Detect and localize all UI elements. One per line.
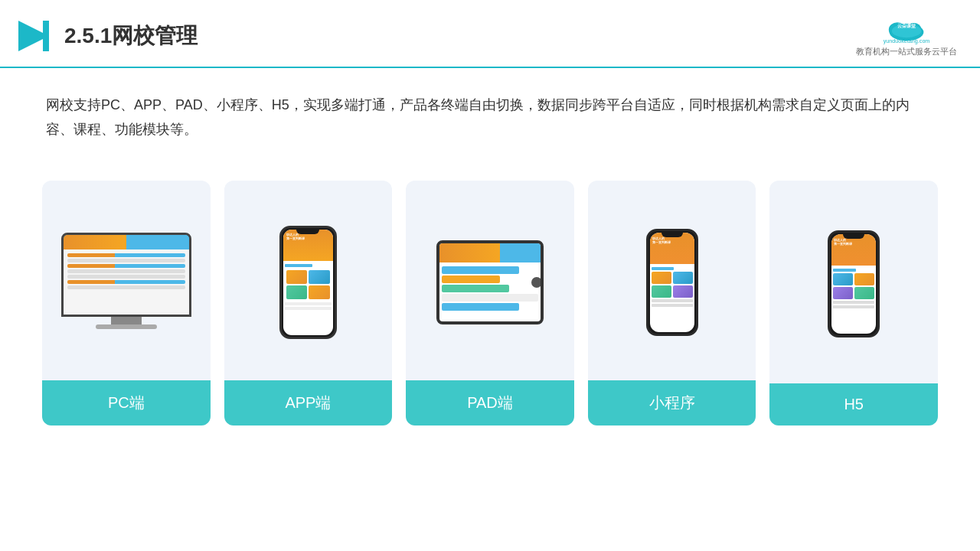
card-app-label: APP端: [224, 380, 393, 425]
cards-container: PC端 职达人的第一堂判断课: [0, 165, 980, 441]
mini-phone-notch-h5: [843, 233, 864, 239]
card-miniprogram-label: 小程序: [588, 380, 756, 425]
page-title: 2.5.1网校管理: [64, 21, 198, 51]
card-pc-image: [42, 181, 211, 380]
logo-icon: [15, 18, 52, 54]
tablet-screen: [439, 243, 541, 321]
phone-mockup-app: 职达人的第一堂判断课: [279, 226, 337, 339]
card-h5-image: 职达人的第一堂判断课: [769, 181, 938, 383]
phone-screen-app: 职达人的第一堂判断课: [283, 230, 333, 335]
card-app: 职达人的第一堂判断课 APP端: [224, 181, 393, 425]
brand-tagline: 教育机构一站式服务云平台: [856, 46, 957, 57]
mini-phone-notch-wx: [662, 231, 683, 237]
mini-phone-screen-wx: 职达人的第一堂判断课: [650, 233, 694, 332]
mini-phone-mockup-h5: 职达人的第一堂判断课: [828, 230, 880, 337]
description-text: 网校支持PC、APP、PAD、小程序、H5，实现多端打通，产品各终端自由切换，数…: [0, 68, 980, 158]
header-left: 2.5.1网校管理: [15, 18, 198, 54]
card-h5-label: H5: [769, 383, 938, 425]
mini-phone-mockup-wx: 职达人的第一堂判断课: [646, 229, 698, 336]
tablet-home-btn: [531, 277, 542, 288]
card-pc-label: PC端: [42, 380, 211, 425]
card-pad-label: PAD端: [406, 380, 574, 425]
brand-logo: yunduoketang.com 云朵课堂 教育机构一站式服务云平台: [856, 14, 957, 57]
svg-rect-1: [43, 21, 49, 51]
brand-icon: yunduoketang.com 云朵课堂: [876, 14, 937, 44]
card-h5: 职达人的第一堂判断课 H5: [769, 181, 938, 425]
tablet-mockup: [436, 240, 544, 324]
card-pad: PAD端: [406, 181, 574, 425]
phone-notch-app: [296, 228, 319, 234]
card-pad-image: [406, 181, 574, 380]
card-app-image: 职达人的第一堂判断课: [224, 181, 393, 380]
card-miniprogram-image: 职达人的第一堂判断课: [588, 181, 756, 380]
header: 2.5.1网校管理 yunduoketang.com 云朵课堂 教育机构一站式服…: [0, 0, 980, 68]
svg-text:yunduoketang.com: yunduoketang.com: [884, 37, 930, 44]
card-miniprogram: 职达人的第一堂判断课 小程序: [588, 181, 756, 425]
mini-phone-screen-h5: 职达人的第一堂判断课: [831, 234, 876, 334]
svg-text:云朵课堂: 云朵课堂: [897, 23, 916, 28]
card-pc: PC端: [42, 181, 211, 425]
pc-mockup: [61, 233, 191, 332]
